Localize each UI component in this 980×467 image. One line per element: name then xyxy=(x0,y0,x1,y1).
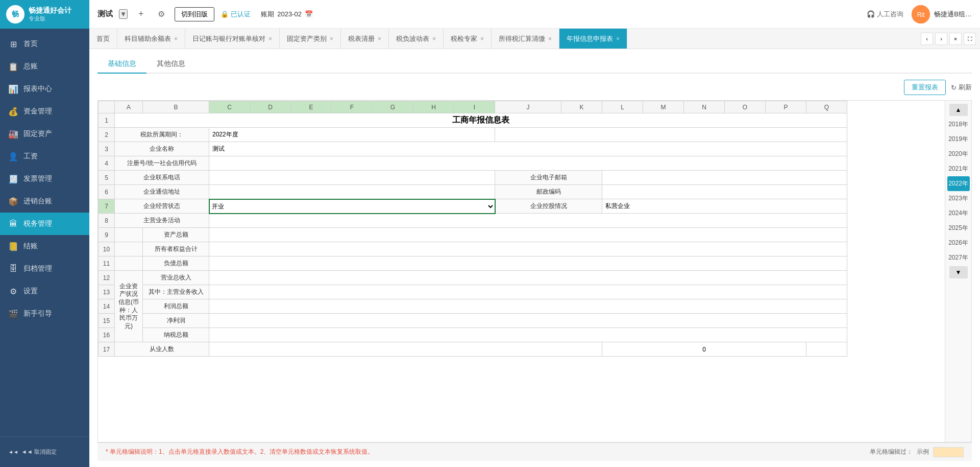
biz-status-cell[interactable]: 开业 注销 吊销 迁出 撤销 xyxy=(209,199,495,214)
year-item-2026[interactable]: 2026年 xyxy=(947,236,970,250)
sidebar-item-funds[interactable]: 💰 资金管理 xyxy=(0,100,89,123)
company-name-cell[interactable]: 测试 xyxy=(209,142,847,156)
profit-cell[interactable] xyxy=(209,299,847,314)
col-header-e[interactable]: E xyxy=(291,101,332,113)
main-revenue-cell[interactable] xyxy=(209,285,847,299)
col-header-i[interactable]: I xyxy=(454,101,495,113)
sidebar-item-label: 发票管理 xyxy=(23,174,52,183)
col-header-q[interactable]: Q xyxy=(806,101,847,113)
employees-value[interactable]: 0 xyxy=(602,342,806,357)
sidebar-item-sales[interactable]: 📦 进销台账 xyxy=(0,190,89,213)
tab-next-button[interactable]: › xyxy=(935,33,947,45)
col-header-a[interactable]: A xyxy=(115,101,143,113)
tab-tax-expert[interactable]: 税检专家 × xyxy=(444,29,492,49)
col-header-p[interactable]: P xyxy=(766,101,806,113)
tab-close-icon[interactable]: × xyxy=(268,35,272,42)
tab-close-icon[interactable]: × xyxy=(378,35,381,42)
reset-report-button[interactable]: 重置报表 xyxy=(904,80,946,95)
holding-cell[interactable]: 私营企业 xyxy=(602,199,847,214)
year-item-2027[interactable]: 2027年 xyxy=(947,250,970,265)
year-item-2018[interactable]: 2018年 xyxy=(947,117,970,132)
year-item-2024[interactable]: 2024年 xyxy=(947,206,970,221)
employees-cell[interactable] xyxy=(209,342,602,357)
year-item-2023[interactable]: 2023年 xyxy=(947,191,970,206)
col-header-j[interactable]: J xyxy=(495,101,561,113)
period-value-cell[interactable]: 2022年度 xyxy=(209,128,495,142)
tab-home[interactable]: 首页 xyxy=(89,29,117,49)
title-dropdown-button[interactable]: ▼ xyxy=(119,9,128,19)
sidebar-item-home[interactable]: ⊞ 首页 xyxy=(0,33,89,55)
tab-prev-button[interactable]: ‹ xyxy=(921,33,933,45)
col-header-n[interactable]: N xyxy=(684,101,725,113)
col-header-f[interactable]: F xyxy=(332,101,373,113)
postal-cell[interactable] xyxy=(602,185,847,199)
sheet-title-cell[interactable]: 工商年报信息表 xyxy=(115,113,847,128)
settings-button[interactable]: ⚙ xyxy=(154,7,168,21)
year-item-2020[interactable]: 2020年 xyxy=(947,147,970,161)
tab-close-icon[interactable]: × xyxy=(174,35,178,42)
tab-annual-report[interactable]: 年报信息申报表 × xyxy=(559,29,627,49)
tab-close-icon[interactable]: × xyxy=(432,35,436,42)
main-biz-cell[interactable] xyxy=(209,214,847,228)
user-menu[interactable]: Rit 畅捷通B组… xyxy=(912,5,972,24)
sidebar-item-ledger[interactable]: 📋 总账 xyxy=(0,55,89,78)
sub-tab-basic[interactable]: 基础信息 xyxy=(97,55,146,74)
old-version-button[interactable]: 切到旧版 xyxy=(175,7,214,21)
sidebar-item-guide[interactable]: 🎬 新手引导 xyxy=(0,302,89,325)
revenue-total-cell[interactable] xyxy=(209,271,847,285)
sidebar-item-reports[interactable]: 📊 报表中心 xyxy=(0,78,89,100)
tab-close-icon[interactable]: × xyxy=(480,35,484,42)
tab-fixed-assets-category[interactable]: 固定资产类别 × xyxy=(280,29,341,49)
liabilities-cell[interactable] xyxy=(209,256,847,271)
year-item-2025[interactable]: 2025年 xyxy=(947,221,970,236)
equity-cell[interactable] xyxy=(209,242,847,256)
year-item-2021[interactable]: 2021年 xyxy=(947,161,970,176)
sidebar-item-assets[interactable]: 🏭 固定资产 xyxy=(0,123,89,145)
sidebar-item-settings[interactable]: ⚙ 设置 xyxy=(0,280,89,302)
cancel-fix-button[interactable]: ◄◄ ◄◄ 取消固定 xyxy=(0,443,89,461)
service-button[interactable]: 🎧 人工咨询 xyxy=(867,10,903,19)
sub-tab-other[interactable]: 其他信息 xyxy=(146,55,195,74)
refresh-button[interactable]: ↻ 刷新 xyxy=(951,83,972,92)
col-header-o[interactable]: O xyxy=(725,101,766,113)
tab-expand-button[interactable]: ⛶ xyxy=(964,33,976,45)
tab-bank-reconcile[interactable]: 日记账与银行对账单核对 × xyxy=(185,29,280,49)
col-header-k[interactable]: K xyxy=(561,101,602,113)
tab-close-all-button[interactable]: × xyxy=(949,33,962,45)
net-profit-cell[interactable] xyxy=(209,314,847,328)
col-header-m[interactable]: M xyxy=(643,101,684,113)
year-scroll-up-button[interactable]: ▲ xyxy=(949,104,968,116)
add-button[interactable]: + xyxy=(134,7,148,21)
phone-cell[interactable] xyxy=(209,171,495,185)
email-cell[interactable] xyxy=(602,171,847,185)
col-header-b[interactable]: B xyxy=(143,101,209,113)
tax-total-cell[interactable] xyxy=(209,328,847,342)
year-item-2022[interactable]: 2022年 xyxy=(947,176,970,191)
tab-income-tax[interactable]: 所得税汇算清缴 × xyxy=(492,29,559,49)
col-header-l[interactable]: L xyxy=(602,101,643,113)
col-header-g[interactable]: G xyxy=(373,101,413,113)
sidebar-item-archive[interactable]: 🗄 归档管理 xyxy=(0,258,89,280)
reg-no-cell[interactable] xyxy=(209,156,847,171)
tab-close-icon[interactable]: × xyxy=(330,35,333,42)
address-cell[interactable] xyxy=(209,185,495,199)
sidebar-item-salary[interactable]: 👤 工资 xyxy=(0,145,89,168)
sidebar-item-tax[interactable]: 🏛 税务管理 xyxy=(0,213,89,235)
year-item-2019[interactable]: 2019年 xyxy=(947,132,970,147)
col-header-h[interactable]: H xyxy=(413,101,454,113)
tab-tax-fluctuation[interactable]: 税负波动表 × xyxy=(389,29,444,49)
col-header-c[interactable]: C xyxy=(209,101,250,113)
tab-tax-table[interactable]: 税表清册 × xyxy=(341,29,389,49)
tab-subject-balance[interactable]: 科目辅助余额表 × xyxy=(117,29,185,49)
sidebar-item-invoice[interactable]: 🧾 发票管理 xyxy=(0,168,89,190)
period-selector[interactable]: 账期 2023-02 📅 xyxy=(261,10,313,19)
biz-status-dropdown[interactable]: 开业 注销 吊销 迁出 撤销 xyxy=(210,200,495,213)
sidebar-item-close[interactable]: 📒 结账 xyxy=(0,235,89,258)
col-header-d[interactable]: D xyxy=(250,101,291,113)
tab-close-icon[interactable]: × xyxy=(548,35,552,42)
year-scroll-down-button[interactable]: ▼ xyxy=(949,266,968,278)
tab-label: 固定资产类别 xyxy=(287,34,327,43)
spreadsheet-container[interactable]: A B C D E F G H I J xyxy=(98,101,945,442)
total-assets-cell[interactable] xyxy=(209,228,847,242)
tab-close-icon[interactable]: × xyxy=(616,35,620,42)
